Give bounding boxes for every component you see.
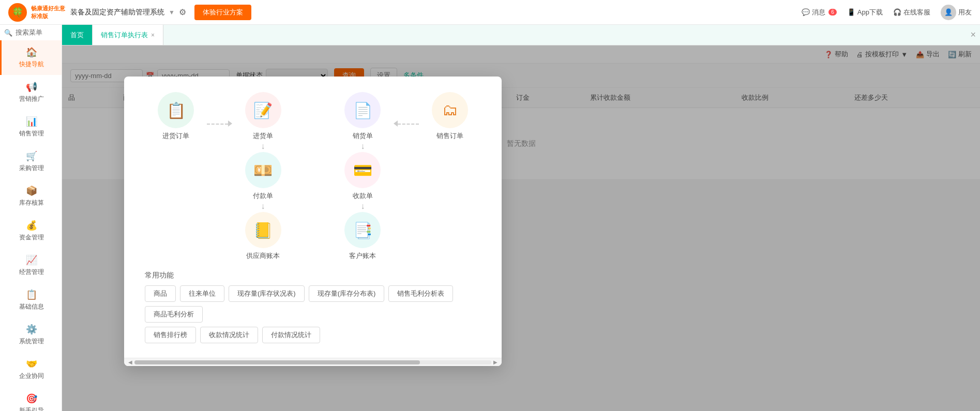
enterprise-icon: 🤝 — [26, 358, 37, 370]
logo-text: 畅康通好生意 标准版 — [31, 5, 65, 20]
marketing-icon: 📢 — [26, 81, 37, 93]
sidebar-item-finance[interactable]: 💰 资金管理 — [0, 214, 62, 248]
content-inner: ❓ 帮助 🖨 按模板打印 ▼ 📤 导出 🔄 — [62, 45, 980, 411]
sidebar: 🔍 搜索菜单 🏠 快捷导航 📢 营销推广 📊 销售管理 🛒 采购管理 📦 — [0, 25, 62, 411]
service-icon: 🎧 — [893, 8, 901, 16]
message-badge: 6 — [828, 9, 837, 16]
flow-node-sales-order[interactable]: 🗂 销售订单 — [419, 92, 481, 141]
popup-scrollbar[interactable]: ◀ ▶ — [124, 358, 502, 366]
top-right-actions: 💬 消息 6 📱 App下载 🎧 在线客服 👤 用友 — [802, 5, 972, 20]
user-menu-button[interactable]: 👤 用友 — [941, 5, 972, 20]
func-buttons-row2: 销售排行榜 收款情况统计 付款情况统计 — [145, 327, 481, 343]
flow-row-3: 📒 供应商账本 📑 客户账本 — [145, 212, 481, 261]
scroll-right-icon[interactable]: ▶ — [491, 359, 500, 365]
main-area: 🔍 搜索菜单 🏠 快捷导航 📢 营销推广 📊 销售管理 🛒 采购管理 📦 — [0, 25, 980, 411]
func-buttons-row1: 商品 往来单位 现存量(库存状况表) 现存量(库存分布表) 销售毛利分析表 商品… — [145, 285, 481, 323]
flow-node-purchase-order[interactable]: 📋 进货订单 — [145, 92, 207, 141]
flow-node-sales-slip[interactable]: 📄 销货单 — [331, 92, 394, 141]
sales-icon: 📊 — [26, 116, 37, 127]
sidebar-item-business[interactable]: 📈 经营管理 — [0, 248, 62, 283]
sales-slip-circle: 📄 — [344, 92, 381, 128]
common-functions: 常用功能 商品 往来单位 现存量(库存状况表) 现存量(库存分布表) 销售毛利分… — [145, 271, 481, 343]
sales-order-label: 销售订单 — [436, 131, 463, 141]
sidebar-item-inventory[interactable]: 📦 库存核算 — [0, 179, 62, 214]
flow-node-receipt-slip[interactable]: 💳 收款单 — [331, 152, 394, 201]
sidebar-item-basic-info[interactable]: 📋 基础信息 — [0, 283, 62, 317]
top-bar: 🍀 畅康通好生意 标准版 装备及固定资产辅助管理系统 ▼ ⚙ 体验行业方案 💬 … — [0, 0, 980, 25]
online-service-button[interactable]: 🎧 在线客服 — [893, 8, 930, 17]
receipt-slip-circle: 💳 — [344, 152, 381, 188]
app-download-button[interactable]: 📱 App下载 — [847, 8, 883, 17]
flow-popup: 📋 进货订单 — [124, 77, 502, 366]
search-menu-button[interactable]: 🔍 搜索菜单 — [0, 25, 62, 40]
sidebar-item-enterprise[interactable]: 🤝 企业协同 — [0, 352, 62, 387]
app-icon: 📱 — [847, 8, 855, 16]
func-btn-product-margin[interactable]: 商品毛利分析 — [145, 306, 203, 323]
purchase-order-circle: 📋 — [158, 92, 194, 128]
func-btn-product[interactable]: 商品 — [145, 285, 176, 302]
purchase-slip-circle: 📝 — [245, 92, 281, 128]
func-btn-partner[interactable]: 往来单位 — [180, 285, 224, 302]
avatar: 👤 — [941, 5, 956, 20]
scroll-left-icon[interactable]: ◀ — [126, 359, 134, 365]
business-icon: 📈 — [26, 254, 37, 266]
sidebar-item-system[interactable]: ⚙️ 系统管理 — [0, 317, 62, 352]
sidebar-item-sales[interactable]: 📊 销售管理 — [0, 110, 62, 144]
purchase-slip-label: 进货单 — [253, 131, 273, 141]
customer-ledger-circle: 📑 — [344, 212, 381, 248]
sidebar-item-newbie[interactable]: 🎯 新手引导 — [0, 387, 62, 411]
supplier-ledger-circle: 📒 — [245, 212, 281, 248]
sidebar-item-marketing[interactable]: 📢 营销推广 — [0, 75, 62, 110]
func-btn-sales-margin[interactable]: 销售毛利分析表 — [388, 285, 453, 302]
flow-node-purchase-slip[interactable]: 📝 进货单 — [232, 92, 294, 141]
experience-button[interactable]: 体验行业方案 — [194, 5, 251, 20]
tab-bar: 首页 销售订单执行表 × × — [62, 25, 980, 45]
scrollbar-track[interactable] — [134, 360, 491, 364]
tab-close-icon[interactable]: × — [151, 32, 155, 39]
payment-slip-label: 付款单 — [253, 191, 273, 201]
arrow-left-1 — [394, 106, 419, 127]
message-button[interactable]: 💬 消息 6 — [802, 8, 837, 17]
tab-sales-order-exec[interactable]: 销售订单执行表 × — [93, 25, 163, 45]
func-btn-payment-stats[interactable]: 付款情况统计 — [262, 327, 320, 343]
purchase-order-label: 进货订单 — [162, 131, 189, 141]
inventory-icon: 📦 — [26, 185, 37, 196]
purchase-icon: 🛒 — [26, 150, 37, 162]
logo-icon: 🍀 — [8, 3, 27, 22]
flow-node-payment-slip[interactable]: 💴 付款单 — [232, 152, 294, 201]
finance-icon: 💰 — [26, 220, 37, 231]
func-btn-stock-dist[interactable]: 现存量(库存分布表) — [309, 285, 385, 302]
content-area: 首页 销售订单执行表 × × ❓ 帮助 — [62, 25, 980, 411]
receipt-slip-label: 收款单 — [353, 191, 373, 201]
sidebar-item-quick-nav[interactable]: 🏠 快捷导航 — [0, 40, 62, 75]
payment-slip-circle: 💴 — [245, 152, 281, 188]
customer-ledger-label: 客户账本 — [349, 251, 376, 261]
newbie-icon: 🎯 — [26, 393, 37, 404]
system-icon: ⚙️ — [26, 324, 37, 335]
flow-node-supplier-ledger[interactable]: 📒 供应商账本 — [232, 212, 294, 261]
dropdown-arrow-icon[interactable]: ▼ — [169, 9, 175, 16]
home-icon: 🏠 — [26, 47, 37, 58]
tab-close-all-icon[interactable]: × — [970, 29, 976, 40]
sidebar-item-purchase[interactable]: 🛒 采购管理 — [0, 144, 62, 179]
flow-arrows-down: ↓ ↓ — [145, 141, 481, 152]
flow-node-customer-ledger[interactable]: 📑 客户账本 — [331, 212, 394, 261]
logo-area: 🍀 畅康通好生意 标准版 — [8, 3, 70, 22]
system-title: 装备及固定资产辅助管理系统 ▼ — [70, 8, 175, 17]
basic-info-icon: 📋 — [26, 289, 37, 300]
func-btn-receipt-stats[interactable]: 收款情况统计 — [200, 327, 258, 343]
search-icon: 🔍 — [4, 29, 12, 37]
settings-icon[interactable]: ⚙ — [179, 7, 186, 17]
message-icon: 💬 — [802, 8, 810, 16]
func-btn-sales-rank[interactable]: 销售排行榜 — [145, 327, 196, 343]
sales-slip-label: 销货单 — [353, 131, 373, 141]
scrollbar-thumb — [134, 360, 420, 364]
flow-row-2: 💴 付款单 💳 收款单 — [145, 152, 481, 201]
func-btn-stock-status[interactable]: 现存量(库存状况表) — [229, 285, 305, 302]
tab-home[interactable]: 首页 — [62, 25, 93, 45]
common-functions-title: 常用功能 — [145, 271, 481, 280]
flow-row-1: 📋 进货订单 — [145, 92, 481, 141]
arrow-right-1 — [207, 106, 232, 127]
supplier-ledger-label: 供应商账本 — [246, 251, 280, 261]
sales-order-circle: 🗂 — [432, 92, 468, 128]
